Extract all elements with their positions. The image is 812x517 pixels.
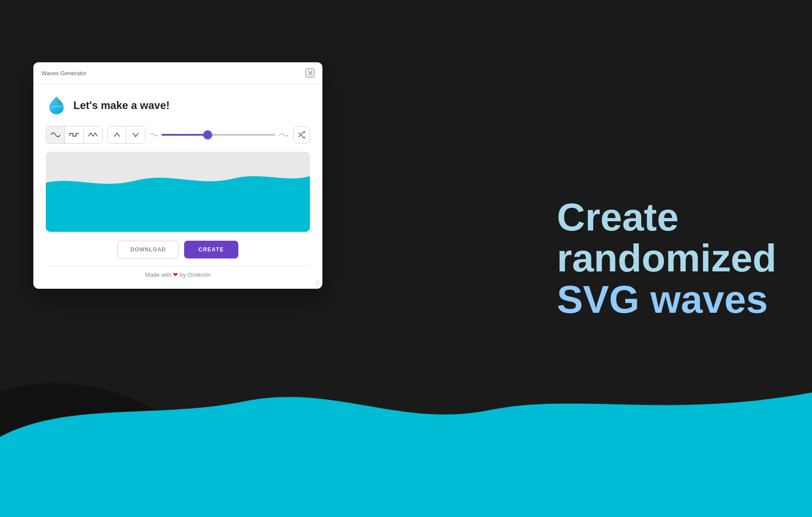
window-title: Waves Generator [41,70,86,77]
direction-down-button[interactable] [126,126,145,143]
app-title: Let's make a wave! [73,99,170,112]
wave-type-group [46,126,103,144]
direction-group [107,126,145,144]
footer-text-prefix: Made with [145,271,172,278]
heading-main: Create randomized SVG waves [557,197,776,320]
wave-type-square[interactable] [65,126,84,143]
heading-line3: SVG waves [557,277,768,321]
wave-preview [46,152,310,232]
randomize-button[interactable] [293,126,310,143]
wave-large-icon [279,131,289,139]
wave-preview-svg [46,152,310,232]
close-button[interactable]: ✕ [306,69,314,77]
download-button[interactable]: DOWNLOAD [117,241,179,258]
app-logo [46,95,67,116]
wave-small-icon [150,131,158,139]
create-button[interactable]: CREATE [184,241,238,258]
resize-handle[interactable]: ⠿ [315,280,320,287]
slider-container [150,131,289,139]
app-window: Waves Generator ✕ [33,62,322,289]
controls-row [46,126,310,144]
app-header: Let's make a wave! [46,95,310,116]
wave-type-triangle[interactable] [84,126,102,143]
direction-up-button[interactable] [108,126,126,143]
wave-complexity-slider[interactable] [161,134,275,136]
background-wave [0,303,812,517]
heading-line2: randomized [557,236,776,280]
right-content: Create randomized SVG waves [557,197,776,320]
heading-line1: Create [557,195,679,239]
heart-icon: ❤ [173,271,178,278]
footer-text-suffix: by Omikorin [180,271,210,278]
window-footer: Made with ❤ by Omikorin [46,266,310,280]
wave-type-sine[interactable] [46,126,65,143]
action-buttons: DOWNLOAD CREATE [46,241,310,258]
window-body: Let's make a wave! [33,84,322,289]
title-bar: Waves Generator ✕ [33,62,322,84]
